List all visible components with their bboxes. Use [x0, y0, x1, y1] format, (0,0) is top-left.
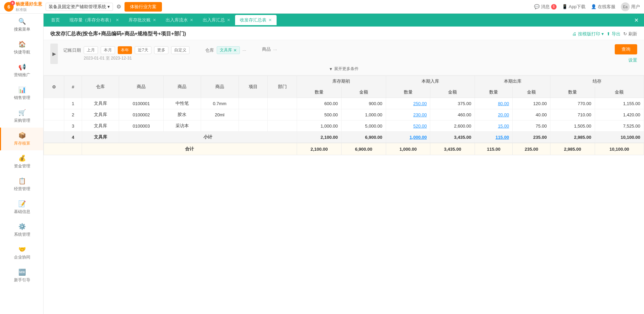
row-out-qty[interactable]: 20.00 — [475, 109, 513, 120]
row-end-amt: 7,525.00 — [595, 120, 644, 132]
th-group-end: 结存 — [550, 76, 644, 87]
row-in-qty[interactable]: 520.00 — [386, 120, 430, 132]
sidebar-item-enterprise[interactable]: 🤝 企业协同 — [0, 242, 43, 264]
subtotal-out-qty[interactable]: 115.00 — [475, 132, 513, 143]
table-group-header: ⚙ # 仓库 商品 商品 商品 项目 部门 库存期初 本期入库 本期出库 结存 — [44, 76, 644, 87]
tab-close-icon[interactable]: ✕ — [116, 18, 119, 22]
row-name: 胶水 — [164, 109, 201, 120]
warehouse-more-dots[interactable]: ··· — [243, 48, 246, 53]
tab-flow[interactable]: 出入库流水 ✕ — [161, 15, 198, 25]
tab-close-icon[interactable]: ✕ — [227, 18, 230, 22]
row-warehouse: 文具库 — [82, 98, 119, 109]
row-end-amt: 1,420.00 — [595, 109, 644, 120]
tab-summary[interactable]: 出入库汇总 ✕ — [198, 15, 235, 25]
th-num: # — [64, 76, 82, 98]
tab-batch[interactable]: 库存批次账 ✕ — [124, 15, 161, 25]
row-in-qty[interactable]: 250.00 — [386, 98, 430, 109]
warehouse-tag-close[interactable]: ✕ — [233, 48, 237, 53]
download-icon: 📱 — [562, 4, 567, 9]
table-subtotal-row: 4 文具库 小计 2,100.00 6,900.00 1,000.00 3,43… — [44, 132, 644, 143]
online-service-item[interactable]: 👤 在线客服 — [591, 4, 615, 10]
sidebar-item-purchase[interactable]: 🛒 采购管理 — [0, 105, 43, 128]
home-icon: 🏠 — [18, 40, 26, 48]
sidebar-item-guide[interactable]: 🆕 新手引导 — [0, 264, 43, 287]
sidebar-item-marketing[interactable]: 📢 营销推广 — [0, 59, 43, 82]
expand-conditions-btn[interactable]: ▼ 展开更多条件 — [329, 66, 359, 72]
sidebar-item-sales[interactable]: 📊 销售管理 — [0, 82, 43, 105]
row-code: 0100001 — [119, 98, 164, 109]
row-in-qty[interactable]: 230.00 — [386, 109, 430, 120]
sidebar-item-inventory[interactable]: 📦 库存核算 — [0, 128, 43, 150]
th-dept: 部门 — [268, 76, 297, 98]
chevron-down-icon: ▾ — [601, 31, 604, 36]
tab-bar: 首页 现存量（库存分布表） ✕ 库存批次账 ✕ 出入库流水 ✕ 出入库汇总 ✕ … — [44, 14, 644, 27]
row-init-amt: 900.00 — [341, 98, 386, 109]
date-btn-this-year[interactable]: 本年 — [118, 46, 132, 54]
refresh-button[interactable]: ↻ 刷新 — [623, 31, 637, 37]
tab-inventory-dist[interactable]: 现存量（库存分布表） ✕ — [65, 15, 124, 25]
date-btn-last-month[interactable]: 上月 — [84, 46, 98, 54]
row-out-qty[interactable]: 80.00 — [475, 98, 513, 109]
row-name: 中性笔 — [164, 98, 201, 109]
query-button[interactable]: 查询 — [615, 44, 637, 54]
settings-link[interactable]: 设置 — [628, 57, 637, 63]
sidebar-item-operation[interactable]: 📋 经营管理 — [0, 173, 43, 196]
sidebar-item-base-info[interactable]: 📝 基础信息 — [0, 196, 43, 219]
th-settings[interactable]: ⚙ — [44, 76, 64, 98]
filter-main-row: ▶ 记账日期 上月 本月 本年 近7天 更多 — [50, 44, 637, 64]
total-in-amt: 3,435.00 — [430, 143, 475, 155]
subtotal-in-qty[interactable]: 1,000.00 — [386, 132, 430, 143]
system-select[interactable]: 装备及固定资产辅助管理系统 ▾ — [46, 3, 113, 11]
date-btn-7days[interactable]: 近7天 — [135, 46, 151, 54]
subtotal-end-qty: 2,985.00 — [550, 132, 595, 143]
date-btn-this-month[interactable]: 本月 — [101, 46, 115, 54]
row-dept — [268, 109, 297, 120]
row-warehouse: 文具库 — [82, 120, 119, 132]
filter-collapse-btn[interactable]: ▶ — [50, 44, 58, 64]
export-button[interactable]: ⬆ 导出 — [607, 31, 621, 37]
tab-close-icon[interactable]: ✕ — [190, 18, 193, 22]
sidebar-item-quick-nav[interactable]: 🏠 快捷导航 — [0, 36, 43, 59]
settings-gear-icon[interactable]: ⚙ — [116, 3, 121, 10]
print-button[interactable]: 🖨 按模版打印 ▾ — [572, 31, 604, 37]
sidebar-item-system[interactable]: ⚙️ 系统管理 — [0, 219, 43, 242]
row-code: 0100002 — [119, 109, 164, 120]
table-container: ⚙ # 仓库 商品 商品 商品 项目 部门 库存期初 本期入库 本期出库 结存 — [44, 76, 644, 314]
printer-icon: 🖨 — [572, 31, 577, 36]
note-icon: 📝 — [18, 200, 26, 208]
date-btn-custom[interactable]: 自定义 — [171, 46, 189, 54]
logo-icon: 6 6 — [4, 2, 14, 12]
main-layout: 🔍 搜索菜单 🏠 快捷导航 📢 营销推广 📊 销售管理 🛒 采购管理 📦 库存核… — [0, 14, 644, 314]
refresh-icon: ↻ — [623, 31, 627, 36]
table-row: 3 文具库 0100003 采访本 1,000.00 5,000.00 520.… — [44, 120, 644, 132]
row-project — [238, 120, 268, 132]
tab-receipt-summary[interactable]: 收发存汇总表 ✕ — [235, 15, 277, 25]
sidebar-item-search[interactable]: 🔍 搜索菜单 — [0, 14, 43, 36]
sidebar-item-finance[interactable]: 💰 资金管理 — [0, 150, 43, 173]
row-dept — [268, 98, 297, 109]
date-btn-more[interactable]: 更多 — [154, 46, 168, 54]
avatar: Ea — [621, 2, 630, 11]
message-item[interactable]: 💬 消息 6 — [534, 4, 557, 10]
tab-bar-close-icon[interactable]: ✕ — [631, 17, 641, 23]
total-empty — [44, 143, 82, 155]
total-out-qty: 115.00 — [475, 143, 513, 155]
goods-more-dots[interactable]: ··· — [274, 47, 277, 52]
user-item[interactable]: Ea 用户 — [621, 2, 640, 11]
subtotal-init-amt: 6,900.00 — [341, 132, 386, 143]
th-goods-code: 商品 — [119, 76, 164, 98]
search-icon: 🔍 — [18, 18, 26, 25]
logo-badge: 6 — [10, 1, 15, 5]
row-settings — [44, 120, 64, 132]
row-spec: 0.7mm — [201, 98, 238, 109]
row-name: 采访本 — [164, 120, 201, 132]
tab-home[interactable]: 首页 — [46, 15, 65, 25]
row-end-qty: 1,505.00 — [550, 120, 595, 132]
row-project — [238, 109, 268, 120]
app-download-item[interactable]: 📱 App下载 — [562, 4, 585, 10]
tab-close-icon[interactable]: ✕ — [268, 18, 272, 22]
trial-button[interactable]: 体验行业方案 — [125, 2, 162, 12]
row-out-qty[interactable]: 15.00 — [475, 120, 513, 132]
tab-close-icon[interactable]: ✕ — [153, 18, 156, 22]
sidebar: 🔍 搜索菜单 🏠 快捷导航 📢 营销推广 📊 销售管理 🛒 采购管理 📦 库存核… — [0, 14, 44, 314]
